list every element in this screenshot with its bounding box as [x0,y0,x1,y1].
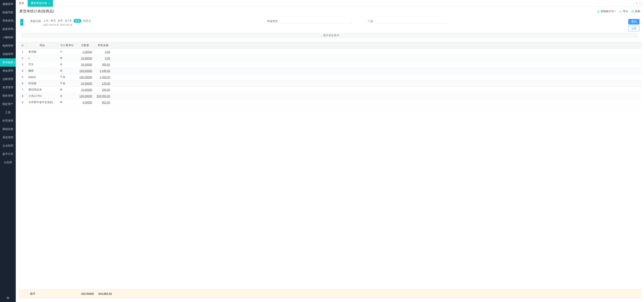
tab-0[interactable]: 首页 [16,0,28,7]
sidebar-item-19[interactable]: 云应用 [0,158,16,167]
cell-amount[interactable]: 200.00 [94,87,112,93]
col-product[interactable]: 商品 [26,42,58,49]
table-row[interactable]: 9卡伊莱中老年女装妈妈...件4.00000952.00 [19,99,641,106]
cell-product: 奥润姆 [26,49,58,55]
refresh-button[interactable]: ⟳ 刷新 [632,10,640,13]
tabs-close-all-icon[interactable]: × [636,2,638,5]
col-unit[interactable]: 主计量单位 [58,42,76,49]
cell-amount[interactable]: 0.00 [94,49,112,55]
footer-total-label: 合计 [28,291,60,296]
print-icon: ⎙ [597,10,600,13]
sidebar-item-13[interactable]: 工资 [0,108,16,117]
sidebar-item-5[interactable]: 电商管理 [0,42,16,50]
date-opt-more[interactable]: 更多 [74,19,81,23]
table-row[interactable]: 6碎花裙千克10.00000120.00 [19,80,641,87]
cell-qty[interactable]: 26.00000 [76,62,94,68]
sidebar-item-14[interactable]: 经营管理 [0,117,16,125]
cell-amount[interactable]: 0.00 [94,55,112,62]
cell-qty[interactable]: 10.00000 [76,87,94,93]
query-button[interactable]: 查询 [628,19,640,25]
date-opt-this-month[interactable]: 本月 [50,19,56,23]
doc-type-select[interactable]: ⌄ [280,19,352,24]
store-select[interactable]: … [376,19,448,24]
data-table: ⚙ 商品 主计量单位 主数量 零售金额 1奥润姆个1.000000.0021米1… [18,42,641,106]
col-qty[interactable]: 主数量 [76,42,94,49]
col-amount[interactable]: 零售金额 [94,42,112,49]
tabs-fullscreen-icon[interactable]: ⛶ [639,2,642,5]
sidebar-item-11[interactable]: 税务管理 [0,92,16,100]
sidebar-item-1[interactable]: 快捷导航 [0,8,16,17]
table-row[interactable]: 500000千克100.000001,000.00 [19,74,641,80]
ellipsis-icon: … [445,20,448,23]
sidebar-item-6[interactable]: 采购管理 [0,50,16,58]
print-button[interactable]: ⎙ 按模板打印 ▾ [597,10,616,13]
cell-qty[interactable]: 100.00000 [76,74,94,80]
cell-qty[interactable]: 4.00000 [76,99,94,106]
sidebar-settings[interactable]: ⚙ [0,294,16,302]
sidebar-item-7[interactable]: 库存核算 [0,58,16,67]
cell-qty[interactable]: 10.00000 [76,80,94,87]
collapse-filter-handle[interactable]: » [20,19,24,26]
row-index: 7 [19,87,26,93]
date-opt-7days[interactable]: 近7天 [65,19,72,23]
cell-amount[interactable]: 365.63 [94,62,112,68]
filter-doc-type: 单据类型 ⌄ [267,19,352,24]
sidebar-item-18[interactable]: 新手引导 [0,150,16,158]
cell-unit: 米 [58,68,76,74]
sidebar-item-12[interactable]: 固定资产 [0,100,16,108]
cell-qty[interactable]: 1.00000 [76,49,94,55]
sidebar-item-2[interactable]: 零售管理 [0,17,16,25]
sidebar-item-3[interactable]: 批发管理 [0,25,16,33]
cell-product: 咖啡 [26,68,58,74]
table-settings-icon[interactable]: ⚙ [22,44,24,47]
cell-amount[interactable]: 1,000.00 [94,74,112,80]
sidebar-item-16[interactable]: 系统管理 [0,133,16,142]
sidebar-item-10[interactable]: 发票管理 [0,83,16,92]
row-index: 2 [19,55,26,62]
row-index: 9 [19,99,26,106]
table-row[interactable]: 1奥润姆个1.000000.00 [19,49,641,55]
sidebar-item-17[interactable]: 企业协同 [0,142,16,150]
table-row[interactable]: 7测试商品名米10.00000200.00 [19,87,641,93]
table-row[interactable]: 8小米12 Pro台100.00000539,900.00 [19,93,641,99]
cell-product: 可乐 [26,62,58,68]
sidebar-item-8[interactable]: 资金管理 [0,67,16,75]
table-row[interactable]: 21米10.000000.00 [19,55,641,62]
row-index: 4 [19,68,26,74]
table-row[interactable]: 4咖啡米163.000002,445.00 [19,68,641,74]
cell-amount[interactable]: 120.00 [94,80,112,87]
tab-bar: 首页要货单统计表× × ⛶ [16,0,644,7]
cell-amount[interactable]: 952.00 [94,99,112,106]
sidebar: 搜索菜单快捷导航零售管理批发管理小畅电商电商管理采购管理库存核算资金管理总账管理… [0,0,16,302]
sidebar-item-9[interactable]: 总账管理 [0,75,16,83]
date-opt-last-month[interactable]: 上月 [43,19,48,23]
cell-qty[interactable]: 163.00000 [76,68,94,74]
row-index: 3 [19,62,26,68]
cell-qty[interactable]: 10.00000 [76,55,94,62]
filter-bar: » 单据日期 上月 本月 去年 近7天 更多 自定义 2021-09-20 至 … [18,18,641,33]
cell-product: 00000 [26,74,58,80]
sidebar-item-0[interactable]: 搜索菜单 [0,0,16,8]
sidebar-item-4[interactable]: 小畅电商 [0,33,16,42]
cell-amount[interactable]: 2,445.00 [94,68,112,74]
cell-unit: 个 [58,49,76,55]
cell-product: 测试商品名 [26,87,58,93]
row-index: 6 [19,80,26,87]
cell-product: 卡伊莱中老年女装妈妈... [26,99,58,106]
expand-filters-button[interactable]: ⌄展开更多条件 [21,33,638,38]
filter-settings-button[interactable]: 设置 [628,26,640,31]
tab-1[interactable]: 要货单统计表× [28,0,53,7]
cell-product: 碎花裙 [26,80,58,87]
cell-unit: 件 [58,99,76,106]
close-icon[interactable]: × [48,2,50,5]
chevron-down-icon: ▾ [615,10,616,13]
date-opt-custom[interactable]: 自定义 [83,19,91,23]
sidebar-item-15[interactable]: 基础信息 [0,125,16,133]
table-row[interactable]: 3可乐米26.00000365.63 [19,62,641,68]
row-index: 1 [19,49,26,55]
cell-unit: 米 [58,55,76,62]
cell-qty[interactable]: 100.00000 [76,93,94,99]
export-button[interactable]: ↓ 导出 [619,10,628,13]
cell-amount[interactable]: 539,900.00 [94,93,112,99]
date-opt-last-year[interactable]: 去年 [58,19,63,23]
